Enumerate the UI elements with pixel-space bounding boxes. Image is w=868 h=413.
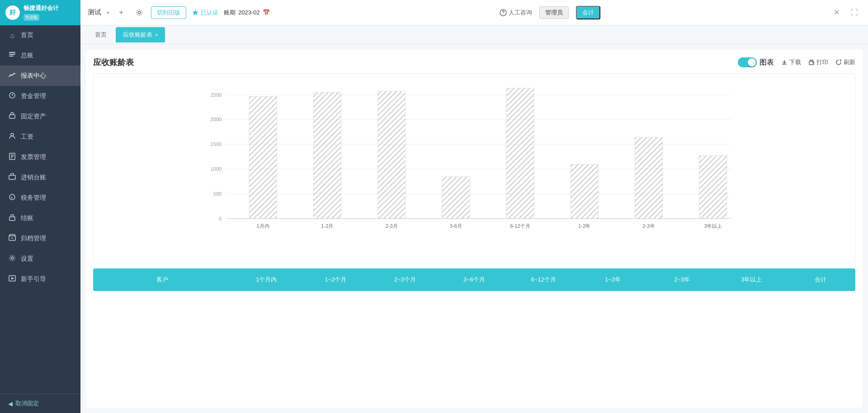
sidebar-item-funds[interactable]: 资金管理 (0, 86, 80, 106)
sidebar: 好 畅捷通好会计 专业版 ⌂ 首页 总账 报表中心 资金管理 (0, 0, 80, 413)
archive-icon (8, 234, 16, 243)
svg-rect-58 (699, 156, 727, 219)
close-window-btn[interactable]: ✕ (830, 6, 843, 19)
ledger-icon (8, 51, 16, 60)
svg-rect-43 (378, 91, 406, 218)
admin-btn[interactable]: 管理员 (539, 6, 569, 19)
sidebar-label-close: 结账 (21, 214, 33, 222)
help-btn[interactable]: 人工咨询 (500, 9, 532, 17)
col-header-customer: 客户 (93, 268, 232, 291)
app-name: 畅捷通好会计 (24, 5, 59, 12)
svg-text:2500: 2500 (210, 92, 222, 98)
sidebar-item-close[interactable]: 结账 (0, 208, 80, 228)
svg-text:500: 500 (213, 191, 222, 197)
col-header-2-3y: 2~3年 (647, 268, 717, 291)
sidebar-item-assets[interactable]: 固定资产 (0, 106, 80, 127)
help-label: 人工咨询 (509, 9, 532, 17)
svg-text:2000: 2000 (210, 117, 222, 122)
guide-icon (8, 275, 16, 283)
svg-rect-37 (249, 97, 277, 219)
sidebar-logo: 好 畅捷通好会计 专业版 (0, 0, 80, 25)
topbar: 测试 ▾ ＋ 切到旧版 已认证 账期 2023-02 📅 人工咨询 管理员 会计… (80, 0, 868, 25)
tab-accounts-aging-label: 应收账龄表 (123, 31, 152, 39)
add-button[interactable]: ＋ (115, 6, 127, 19)
tabbar: 首页 应收账龄表 × (80, 25, 868, 44)
col-header-6-12m: 6~12个月 (509, 268, 578, 291)
cancel-fixed-btn[interactable]: ◀ 取消固定 (0, 394, 80, 413)
svg-text:2-3年: 2-3年 (642, 223, 655, 229)
svg-text:¥: ¥ (10, 196, 13, 200)
data-table: 客户 1个月内 1~2个月 2~3个月 3~6个月 6~12个月 1~2年 2~… (93, 268, 855, 291)
sidebar-item-tax[interactable]: ¥ 税务管理 (0, 188, 80, 208)
tab-close-icon[interactable]: × (155, 32, 158, 38)
close-accounts-icon (8, 214, 16, 222)
settings-button[interactable] (133, 6, 146, 19)
sidebar-label-salary: 工资 (21, 133, 33, 141)
main-area: 测试 ▾ ＋ 切到旧版 已认证 账期 2023-02 📅 人工咨询 管理员 会计… (80, 0, 868, 413)
col-header-1-2m: 1~2个月 (301, 268, 370, 291)
sidebar-item-invoice[interactable]: 发票管理 (0, 147, 80, 167)
expand-window-btn[interactable]: ⛶ (848, 6, 861, 19)
tax-icon: ¥ (8, 193, 16, 202)
svg-rect-4 (9, 115, 15, 118)
print-btn[interactable]: 打印 (808, 58, 828, 66)
svg-point-19 (138, 11, 141, 14)
sidebar-label-ledger: 总账 (21, 52, 33, 60)
sidebar-nav: ⌂ 首页 总账 报表中心 资金管理 固定资产 (0, 25, 80, 394)
tab-accounts-aging[interactable]: 应收账龄表 × (116, 27, 165, 42)
svg-marker-18 (11, 277, 14, 280)
bar-chart: 0 500 1000 1500 2000 2500 1月内 1-2月 (101, 81, 848, 255)
col-header-3y+: 3年以上 (717, 268, 786, 291)
sidebar-item-archive[interactable]: 归档管理 (0, 228, 80, 249)
svg-rect-49 (506, 88, 534, 218)
sidebar-item-inventory[interactable]: 进销台账 (0, 167, 80, 188)
col-header-1m: 1个月内 (232, 268, 301, 291)
sidebar-item-salary[interactable]: 工资 (0, 127, 80, 147)
table-header: 客户 1个月内 1~2个月 2~3个月 3~6个月 6~12个月 1~2年 2~… (93, 268, 855, 291)
svg-text:3-6月: 3-6月 (450, 223, 462, 229)
svg-rect-13 (9, 217, 15, 221)
svg-rect-1 (9, 54, 15, 55)
dropdown-arrow-icon[interactable]: ▾ (107, 9, 109, 16)
sidebar-label-home: 首页 (21, 31, 33, 39)
sidebar-item-settings[interactable]: 设置 (0, 249, 80, 269)
sidebar-item-reports[interactable]: 报表中心 (0, 66, 80, 86)
tab-home[interactable]: 首页 (88, 27, 114, 42)
tab-home-label: 首页 (95, 31, 107, 39)
svg-rect-0 (9, 52, 15, 53)
col-header-3-6m: 3~6个月 (439, 268, 509, 291)
switch-old-btn[interactable]: 切到旧版 (151, 6, 186, 19)
refresh-btn[interactable]: 刷新 (835, 58, 855, 66)
chart-toggle[interactable] (738, 57, 757, 67)
svg-text:6-12个月: 6-12个月 (510, 223, 530, 229)
cert-status: 已认证 (192, 9, 218, 17)
logo-text-block: 畅捷通好会计 专业版 (24, 5, 59, 21)
svg-rect-55 (635, 137, 663, 219)
svg-text:3年以上: 3年以上 (704, 223, 722, 229)
topbar-right: 人工咨询 管理员 会计 (500, 6, 600, 19)
sidebar-label-funds: 资金管理 (21, 92, 46, 100)
sidebar-label-invoice: 发票管理 (21, 153, 46, 161)
calendar-icon[interactable]: 📅 (263, 9, 270, 16)
chart-toggle-wrap: 图表 (738, 57, 774, 67)
cert-label: 已认证 (201, 9, 218, 17)
sidebar-item-guide[interactable]: 新手引导 (0, 269, 80, 289)
svg-text:1500: 1500 (210, 141, 222, 147)
invoice-icon (8, 153, 16, 161)
sidebar-label-tax: 税务管理 (21, 194, 46, 202)
funds-icon (8, 92, 16, 100)
chart-container: 0 500 1000 1500 2000 2500 1月内 1-2月 (93, 73, 855, 263)
svg-point-3 (9, 93, 15, 98)
svg-text:2-3月: 2-3月 (386, 223, 398, 229)
svg-text:0: 0 (219, 216, 222, 221)
sidebar-item-ledger[interactable]: 总账 (0, 45, 80, 66)
settings-icon (8, 254, 16, 263)
sidebar-item-home[interactable]: ⌂ 首页 (0, 25, 80, 45)
svg-point-5 (11, 133, 14, 136)
role-btn[interactable]: 会计 (576, 6, 600, 19)
edition-badge: 专业版 (24, 14, 39, 21)
svg-text:1月内: 1月内 (257, 223, 269, 229)
svg-rect-10 (9, 175, 15, 179)
download-btn[interactable]: 下载 (781, 58, 801, 66)
svg-point-22 (813, 63, 813, 63)
